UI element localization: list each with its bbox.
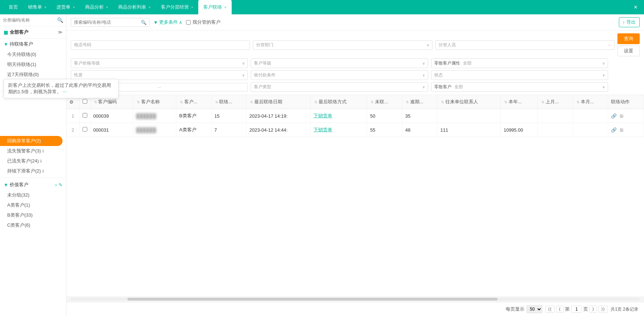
action-link-icon-2[interactable]: 🔗 — [611, 127, 617, 133]
sidebar-item-tomorrow[interactable]: 明天待联络(1) — [0, 60, 66, 70]
table-row: 1 000039 ██████ B类客户 15 2023-04-17 14:19… — [66, 109, 644, 123]
advanced-filters: 电话号码 分管部门 ∨ 分管人员 ··· 查询 设置 客户价格等级 — [66, 30, 644, 95]
uncontacted-col-header: ⇅ 未联... — [367, 95, 402, 109]
value-customer-group[interactable]: ▼ 价值客户 ○ ✎ — [0, 179, 66, 190]
last-page-btn[interactable]: ⟩⟩ — [598, 306, 608, 313]
sidebar-item-today[interactable]: 今天待联络(0) — [0, 49, 66, 60]
settings-button[interactable]: 设置 — [617, 46, 640, 56]
row-checkbox-2[interactable] — [79, 123, 90, 137]
sidebar-item-7days[interactable]: 近7天待联络(0) — [0, 70, 66, 80]
next-page-btn[interactable]: ⟩ — [589, 306, 597, 313]
close-customer-contact-tab[interactable]: × — [224, 5, 226, 9]
sidebar-item-b-class[interactable]: B类客户(33) — [0, 210, 66, 220]
nature-arrow: ∨ — [242, 73, 245, 77]
row-last-method-2[interactable]: 下销货单 — [311, 123, 367, 137]
action-grid-icon-2[interactable]: ⊞ — [620, 127, 624, 133]
sidebar-item-c-class[interactable]: C类客户(6) — [0, 220, 66, 230]
page-number-input[interactable] — [571, 306, 582, 313]
row-1-checkbox[interactable] — [83, 113, 87, 118]
main-search-input[interactable] — [74, 20, 141, 25]
main-search-icon[interactable]: 🔍 — [141, 20, 147, 25]
nav-customer-contact[interactable]: 客户联络 × — [198, 0, 231, 14]
manager-label: 分管人员 — [439, 42, 608, 48]
first-page-btn[interactable]: ⟨⟨ — [545, 306, 555, 313]
per-page-select[interactable]: 50 — [527, 305, 542, 313]
action-grid-icon-1[interactable]: ⊞ — [620, 113, 624, 119]
export-button[interactable]: ↑ 导出 — [619, 17, 640, 27]
waiting-contact-group[interactable]: ▼ 待联络客户 — [0, 39, 66, 49]
main-layout: 🔍 ▦ 全部客户 ≫ ▼ 待联络客户 今天待联络(0) 明天待联络(1) 近7天… — [0, 14, 644, 316]
payment-filter[interactable]: 收付款条件 ∨ — [251, 70, 428, 80]
sidebar-collapse-btn[interactable]: ≫ — [58, 30, 62, 35]
nature-filter[interactable]: 性质 ∨ — [71, 70, 248, 80]
window-close-button[interactable]: × — [631, 4, 640, 11]
customer-type-filter[interactable]: 客户类型 ∨ — [251, 82, 428, 92]
nav-customer-segment[interactable]: 客户分层经营 × — [156, 0, 198, 14]
sidebar-search-input[interactable] — [3, 18, 57, 23]
main-search-box: 🔍 — [71, 18, 150, 27]
sort-icon: ⇅ — [576, 100, 579, 104]
action-link-icon-1[interactable]: 🔗 — [611, 113, 617, 119]
retail-attr-filter[interactable]: 零散客户属性 全部 ∨ — [431, 58, 608, 68]
retail-attr-label: 零散客户属性 — [434, 60, 460, 66]
manager-filter[interactable]: 分管人员 ··· — [435, 40, 615, 50]
row-type-1: B类客户 — [176, 109, 211, 123]
status-filter[interactable]: 状态 ∨ — [431, 70, 608, 80]
select-all-checkbox[interactable] — [83, 99, 87, 104]
row-last-date-2: 2023-04-12 14:44: — [246, 123, 311, 137]
sidebar-item-churned[interactable]: 已流失客户(24) ℹ — [0, 156, 66, 166]
query-button[interactable]: 查询 — [617, 33, 640, 44]
last-method-link-2[interactable]: 下销货单 — [314, 127, 332, 132]
row-checkbox-1[interactable] — [79, 109, 90, 123]
manager-dots: ··· — [608, 42, 611, 47]
circle-icon[interactable]: ○ — [54, 182, 57, 188]
row-this-month-2 — [573, 123, 608, 137]
nav-home[interactable]: 首页 — [4, 0, 23, 14]
sort-icon: ⇅ — [504, 100, 507, 104]
retail-customer-value: 全部 — [454, 84, 602, 90]
row-code-2: 000031 — [90, 123, 133, 137]
sidebar-search-icon[interactable]: 🔍 — [57, 17, 63, 23]
horizontal-scrollbar[interactable] — [71, 298, 640, 301]
more-dots: ··· — [158, 85, 161, 90]
per-page-label: 每页显示 — [506, 306, 524, 312]
prev-page-btn[interactable]: ⟨ — [556, 306, 564, 313]
retail-customer-filter[interactable]: 零散客户 全部 ∨ — [431, 82, 608, 92]
nav-product-list[interactable]: 商品分析列表 × — [113, 0, 156, 14]
retail-attr-arrow: ∨ — [602, 61, 605, 65]
row-contact-2: 7 — [211, 123, 246, 137]
retail-customer-label: 零散客户 — [434, 84, 451, 90]
row-last-month-1 — [538, 109, 573, 123]
nav-purchase[interactable]: 进货单 × — [51, 0, 80, 14]
customer-grade-filter[interactable]: 客户等级 ∨ — [251, 58, 428, 68]
sidebar-item-repurchase-anomaly[interactable]: 回购异常客户(2) ℹ — [0, 136, 62, 146]
sidebar-item-declining[interactable]: 持续下滑客户(2) ℹ — [0, 166, 66, 176]
close-purchase-tab[interactable]: × — [73, 5, 75, 9]
company-contact-col-header: ⇅ 往来单位联系人 — [437, 95, 500, 109]
more-conditions-btn[interactable]: ▼ 更多条件 ∧ — [153, 19, 182, 25]
row-last-method-1[interactable]: 下销货单 — [311, 109, 367, 123]
phone-filter[interactable]: 电话号码 — [71, 40, 250, 50]
retail-attr-value: 全部 — [463, 60, 602, 66]
dept-filter[interactable]: 分管部门 ∨ — [253, 40, 432, 50]
sidebar-item-ungrouped[interactable]: 未分组(32) — [0, 190, 66, 200]
close-sales-tab[interactable]: × — [44, 5, 46, 9]
sidebar-item-churn-warning[interactable]: 流失预警客户(3) ℹ — [0, 146, 66, 156]
filter-row-1: 电话号码 分管部门 ∨ 分管人员 ··· 查询 设置 — [71, 33, 640, 56]
sidebar-item-a-class[interactable]: A类客户(1) — [0, 200, 66, 210]
scrollbar-thumb[interactable] — [128, 298, 497, 301]
nav-product-analysis[interactable]: 商品分析 × — [80, 0, 113, 14]
row-2-checkbox[interactable] — [83, 127, 87, 132]
filter-row-2: 客户价格等级 ∨ 客户等级 ∨ 零散客户属性 全部 ∨ — [71, 58, 640, 68]
row-this-month-1 — [573, 109, 608, 123]
tooltip-more[interactable]: ··· — [62, 89, 66, 94]
close-product-list-tab[interactable]: × — [148, 5, 150, 9]
price-grade-filter[interactable]: 客户价格等级 ∨ — [71, 58, 248, 68]
nav-sales[interactable]: 销售单 × — [23, 0, 51, 14]
edit-icon[interactable]: ✎ — [59, 182, 62, 188]
close-product-analysis-tab[interactable]: × — [106, 5, 108, 9]
close-customer-segment-tab[interactable]: × — [191, 5, 193, 9]
last-method-link-1[interactable]: 下销货单 — [314, 113, 332, 118]
table-settings-icon[interactable]: ⚙ — [69, 99, 74, 105]
my-customers-checkbox[interactable] — [186, 20, 191, 25]
